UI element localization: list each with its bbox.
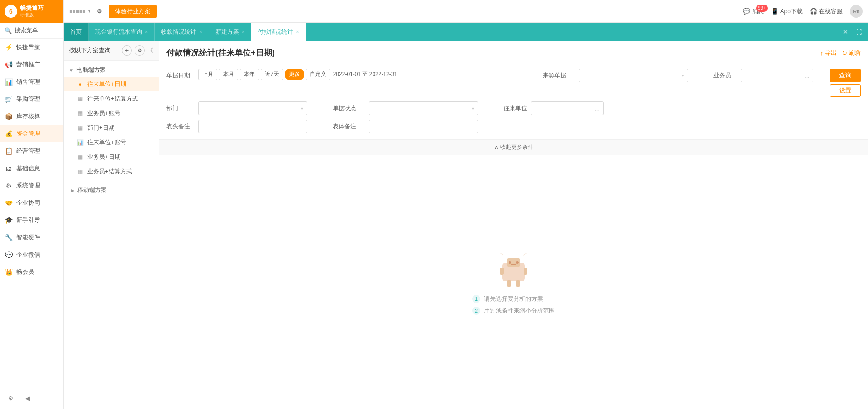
mobile-group-header[interactable]: ▶ 移动端方案 — [64, 183, 159, 197]
header-note-input[interactable] — [198, 120, 307, 133]
sidebar-item-capital[interactable]: 💰 资金管理 — [0, 125, 63, 142]
app-download-btn[interactable]: 📱 App下载 — [771, 7, 803, 15]
sidebar-item-label: 企业微信 — [16, 251, 40, 259]
sidebar-item-hardware[interactable]: 🔧 智能硬件 — [0, 229, 63, 246]
scheme-counterpart-account[interactable]: 📊 往来单位+账号 — [64, 135, 159, 150]
quicknav-icon: ⚡ — [5, 43, 13, 51]
sidebar-item-label: 快捷导航 — [16, 43, 40, 51]
dept-select[interactable]: ▾ — [198, 101, 307, 115]
scheme-label: 业务员+日期 — [87, 153, 120, 161]
btn-this-month[interactable]: 本月 — [219, 69, 238, 80]
svg-point-3 — [516, 261, 519, 264]
industry-btn[interactable]: 体验行业方案 — [109, 5, 157, 18]
add-scheme-btn[interactable]: + — [122, 45, 132, 56]
download-icon: 📱 — [771, 8, 778, 15]
scheme-table-icon4: ▦ — [76, 153, 84, 161]
left-panel: 按以下方案查询 + ⚙ 《 ▼ 电脑端方案 ● 往来单位+日期 ▦ 往来单位+结… — [64, 41, 159, 409]
tab-receipt-stats[interactable]: 收款情况统计 × — [155, 23, 209, 41]
tab-bank-flow-close[interactable]: × — [145, 29, 148, 35]
refresh-btn[interactable]: ↻ 刷新 — [842, 49, 861, 57]
scheme-label: 往来单位+结算方式 — [87, 95, 138, 103]
sidebar-item-system[interactable]: ⚙ 系统管理 — [0, 177, 63, 194]
close-all-btn[interactable]: ✕ — [840, 26, 851, 37]
btn-more[interactable]: 更多 — [285, 69, 304, 80]
dept-label: 部门 — [166, 101, 198, 112]
scheme-counterpart-settlement[interactable]: ▦ 往来单位+结算方式 — [64, 91, 159, 106]
footer-collapse-btn[interactable]: ◀ — [21, 392, 34, 404]
maximize-btn[interactable]: ⛶ — [853, 26, 864, 37]
footer-settings-btn[interactable]: ⚙ — [5, 392, 17, 404]
sidebar-item-enterprise[interactable]: 🤝 企业协同 — [0, 194, 63, 212]
sidebar-item-basic[interactable]: 🗂 基础信息 — [0, 160, 63, 177]
collapse-more-bar[interactable]: ∧ 收起更多条件 — [159, 139, 868, 155]
counterpart-select[interactable]: ... — [531, 101, 604, 115]
export-btn[interactable]: ↑ 导出 — [820, 49, 837, 57]
salesman-dots[interactable]: ... — [804, 72, 809, 79]
dept-select-arrow: ▾ — [301, 106, 303, 111]
panel-collapse-btn[interactable]: 《 — [147, 46, 153, 55]
scheme-settings-btn[interactable]: ⚙ — [135, 45, 145, 56]
scheme-counterpart-date[interactable]: ● 往来单位+日期 — [64, 77, 159, 91]
export-icon: ↑ — [820, 50, 823, 56]
voucher-status-content: ▾ — [369, 101, 496, 115]
scheme-dept-date[interactable]: ▦ 部门+日期 — [64, 121, 159, 135]
sidebar-item-stock[interactable]: 📦 库存核算 — [0, 108, 63, 125]
tab-payment-stats-close[interactable]: × — [296, 29, 299, 35]
sidebar-item-newguide[interactable]: 🎓 新手引导 — [0, 212, 63, 229]
topbar-settings-btn[interactable]: ⚙ — [93, 5, 106, 18]
desktop-scheme-group: ▼ 电脑端方案 ● 往来单位+日期 ▦ 往来单位+结算方式 ▦ 业务员+账号 ▦ — [64, 61, 159, 182]
filter-settings-btn[interactable]: 设置 — [830, 84, 861, 97]
page-header: 付款情况统计(往来单位+日期) ↑ 导出 ↻ 刷新 — [159, 41, 868, 63]
btn-custom[interactable]: 自定义 — [306, 69, 330, 80]
sidebar-item-wechat[interactable]: 💬 企业微信 — [0, 246, 63, 263]
btn-last-7days[interactable]: 近7天 — [261, 69, 283, 80]
scheme-table-icon2: ▦ — [76, 110, 84, 117]
scheme-salesman-date[interactable]: ▦ 业务员+日期 — [64, 150, 159, 164]
sidebar-item-quicknav[interactable]: ⚡ 快捷导航 — [0, 39, 63, 56]
sidebar-item-label: 采购管理 — [16, 95, 40, 103]
salesman-filter-content: ... — [741, 69, 823, 82]
sidebar-item-marketing[interactable]: 📢 营销推广 — [0, 56, 63, 73]
scheme-table-icon5: ▦ — [76, 168, 84, 175]
source-select[interactable]: ▾ — [579, 69, 688, 82]
user-dropdown-arrow[interactable]: ▾ — [88, 9, 90, 14]
sidebar-item-operation[interactable]: 📋 经营管理 — [0, 142, 63, 160]
messages-btn[interactable]: 💬 消息 99+ — [743, 7, 764, 15]
sidebar-search[interactable]: 🔍 搜索菜单 — [0, 23, 63, 39]
salesman-select[interactable]: ... — [741, 69, 813, 82]
sidebar-header: 6 畅捷通巧 标准版 — [0, 0, 63, 23]
online-service-btn[interactable]: 🎧 在线客服 — [810, 7, 843, 15]
message-icon: 💬 — [743, 8, 750, 15]
tab-receipt-stats-close[interactable]: × — [199, 29, 202, 35]
empty-tip-2: 2 用过滤条件来缩小分析范围 — [472, 307, 555, 315]
tab-bank-flow[interactable]: 现金银行流水查询 × — [89, 23, 155, 41]
operation-icon: 📋 — [5, 147, 13, 155]
counterpart-label: 往来单位 — [504, 101, 531, 112]
svg-line-9 — [500, 253, 504, 256]
collapse-up-icon: ∧ — [494, 144, 499, 151]
filter-row-2: 部门 ▾ 单据状态 ▾ 往来单位 — [166, 101, 861, 115]
sidebar-item-label: 库存核算 — [16, 112, 40, 121]
scheme-label: 业务员+结算方式 — [87, 167, 132, 176]
user-avatar[interactable]: Rit — [850, 5, 863, 18]
member-icon: 👑 — [5, 268, 13, 276]
voucher-status-select[interactable]: ▾ — [369, 101, 478, 115]
counterpart-dots[interactable]: ... — [594, 105, 599, 112]
scheme-salesman-account[interactable]: ▦ 业务员+账号 — [64, 106, 159, 121]
mobile-group-label: 移动端方案 — [77, 186, 107, 194]
scheme-salesman-settlement[interactable]: ▦ 业务员+结算方式 — [64, 164, 159, 179]
query-btn[interactable]: 查询 — [830, 69, 861, 82]
sidebar-item-member[interactable]: 👑 畅会员 — [0, 263, 63, 281]
btn-last-month[interactable]: 上月 — [198, 69, 217, 80]
tab-new-scheme-close[interactable]: × — [242, 29, 244, 35]
btn-this-year[interactable]: 本年 — [240, 69, 259, 80]
body-note-input[interactable] — [369, 120, 478, 133]
collapse-more-label: 收起更多条件 — [500, 143, 533, 151]
desktop-group-header[interactable]: ▼ 电脑端方案 — [64, 63, 159, 77]
tab-home[interactable]: 首页 — [64, 23, 89, 41]
tab-payment-stats[interactable]: 付款情况统计 × — [251, 23, 305, 41]
tab-new-scheme[interactable]: 新建方案 × — [209, 23, 251, 41]
sidebar-item-purchase[interactable]: 🛒 采购管理 — [0, 91, 63, 108]
app-name: 畅捷通巧 — [20, 5, 44, 12]
sidebar-item-sales[interactable]: 📊 销售管理 — [0, 73, 63, 91]
